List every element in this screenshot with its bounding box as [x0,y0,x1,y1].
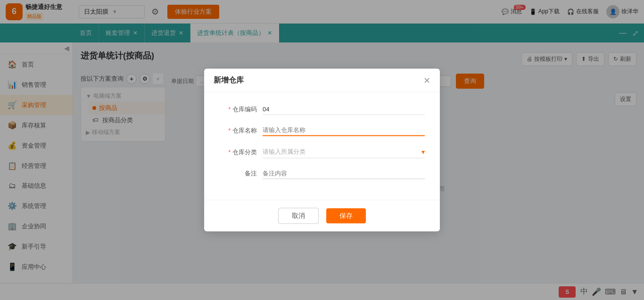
code-label: * 仓库编码 [219,105,257,114]
save-button[interactable]: 保存 [326,208,366,224]
modal-body: * 仓库编码 * 仓库名称 * 仓库分类 请输入所属分类 ▾ [204,92,440,200]
form-row-code: * 仓库编码 [219,104,425,115]
code-input[interactable] [263,104,425,115]
category-required-mark: * [228,148,231,155]
name-required-mark: * [228,126,231,133]
modal-close-button[interactable]: ✕ [423,76,430,84]
code-required-mark: * [228,106,231,113]
remark-label: 备注 [219,169,257,178]
modal-title: 新增仓库 [214,75,244,85]
form-row-name: * 仓库名称 [219,125,425,136]
name-input[interactable] [263,125,425,136]
modal-header: 新增仓库 ✕ [204,69,440,92]
category-dropdown-icon: ▾ [421,148,425,156]
form-row-remark: 备注 [219,168,425,179]
category-placeholder: 请输入所属分类 [263,148,305,156]
category-label: * 仓库分类 [219,148,257,156]
category-select[interactable]: 请输入所属分类 ▾ [263,146,425,158]
form-row-category: * 仓库分类 请输入所属分类 ▾ [219,146,425,158]
remark-input[interactable] [263,168,425,179]
modal-footer: 取消 保存 [204,200,440,232]
new-warehouse-modal: 新增仓库 ✕ * 仓库编码 * 仓库名称 * 仓库分类 请输入 [204,69,440,232]
name-label: * 仓库名称 [219,126,257,134]
cancel-button[interactable]: 取消 [278,208,319,224]
